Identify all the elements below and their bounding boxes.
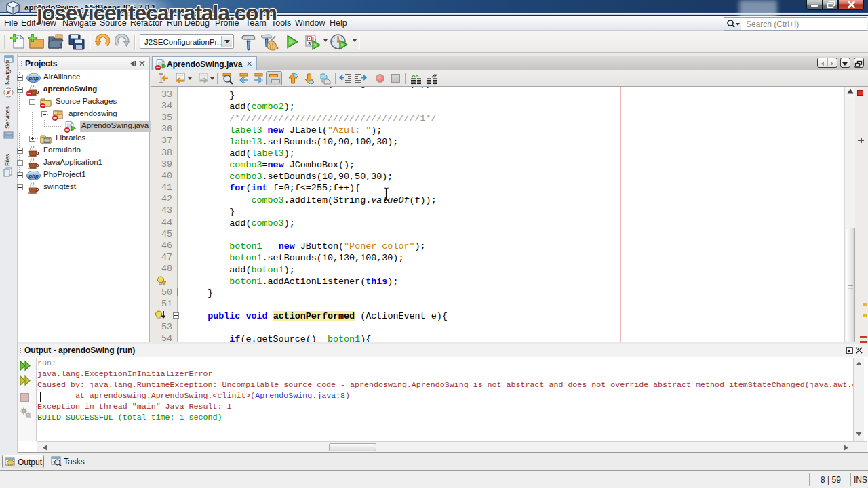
svg-text:3: 3 — [308, 41, 311, 47]
